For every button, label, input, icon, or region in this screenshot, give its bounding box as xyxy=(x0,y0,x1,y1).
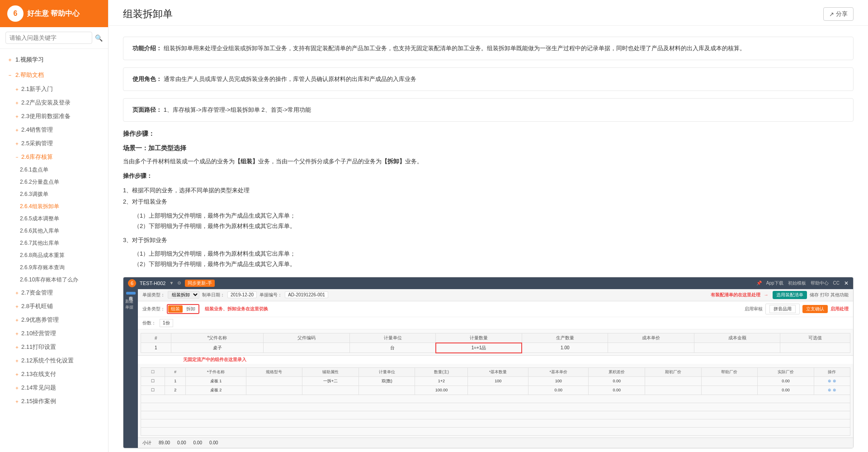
sidebar-item-install[interactable]: ＋2.2产品安装及登录 xyxy=(0,96,108,109)
app-pending-btn: 同步更新-手 xyxy=(185,280,214,287)
td-spec xyxy=(246,385,302,395)
sidebar-item-other-in[interactable]: 2.6.6其他入库单 xyxy=(0,225,108,237)
app-confirm-btn[interactable]: 立支确认 xyxy=(802,305,828,313)
main-content: 功能介绍： 组装拆卸单用来处理企业组装或拆卸等加工业务，支持有固定装配清单的产品… xyxy=(108,26,868,452)
sidebar-item-custom[interactable]: ＋2.12系统个性化设置 xyxy=(0,354,108,367)
sidebar-item-data[interactable]: ＋2.3使用前数据准备 xyxy=(0,109,108,123)
td-base-qty: 100 xyxy=(468,376,528,385)
function-intro-block: 功能介绍： 组装拆卸单用来处理企业组装或拆卸等加工业务，支持有固定装配清单的产品… xyxy=(123,37,854,60)
sidebar-item-mobile[interactable]: ＋2.8手机旺铺 xyxy=(0,300,108,313)
td-action[interactable]: ⊕ ⊗ xyxy=(814,385,850,395)
td-action[interactable]: ⊕ ⊗ xyxy=(814,376,850,385)
td-unit: 台 xyxy=(349,343,436,353)
sidebar-item-stocktake[interactable]: 2.6.1盘点单 xyxy=(0,164,108,176)
sidebar-item-assembly[interactable]: 2.6.4组装拆卸单 xyxy=(0,200,108,213)
sidebar-item-ledger[interactable]: 2.6.9库存账本查询 xyxy=(0,262,108,274)
qty-value: 1≈+1品 xyxy=(472,345,486,350)
search-input[interactable] xyxy=(5,32,92,44)
app-parent-table: # *父件名称 父件编码 计量单位 计量数量 生产数量 成本单价 成本金额 可选… xyxy=(141,333,850,353)
approval-input: 拼音品用 xyxy=(765,304,800,314)
search-bar: 🔍 xyxy=(0,27,108,49)
th-parent-name: *父件名称 xyxy=(171,333,264,343)
app-parent-table-container: # *父件名称 父件编码 计量单位 计量数量 生产数量 成本单价 成本金额 可选… xyxy=(138,329,853,356)
cth-help-price: 帮助厂价 xyxy=(701,367,758,376)
assembly-type-container: 业务类型： 组装 拆卸 组装业务、拆卸业务在这里切换 xyxy=(142,304,268,314)
share-button[interactable]: ↗ 分享 xyxy=(823,7,854,21)
app-tab-new[interactable]: 新建单据 xyxy=(123,297,138,312)
sidebar-item-newcomer[interactable]: ＋2.1新手入门 xyxy=(0,82,108,96)
td-parent-name: 桌子 xyxy=(171,343,264,353)
plus-icon: ＋ xyxy=(14,127,19,133)
cth-init-price: 期初厂价 xyxy=(645,367,702,376)
sidebar-item-error[interactable]: 2.6.10库存账本错了么办 xyxy=(0,274,108,286)
sidebar-item-partial[interactable]: 2.6.2分量盘点单 xyxy=(0,176,108,188)
sidebar-item-ops[interactable]: ＋2.10经营管理 xyxy=(0,327,108,340)
app-close-icon[interactable]: ✕ xyxy=(844,280,849,286)
plus-icon: ＋ xyxy=(14,86,19,92)
app-select-bom-btn[interactable]: 选用装配清单 xyxy=(773,291,807,299)
app-type-select[interactable]: 组装拆卸 xyxy=(168,291,199,299)
th-cost-price: 成本单价 xyxy=(608,333,694,343)
app-disassembly-btn[interactable]: 拆卸 xyxy=(184,305,198,313)
cth-attr: 辅助属性 xyxy=(302,367,359,376)
app-no-value: AD-20191226-001 xyxy=(285,291,328,298)
sidebar-item-purchase[interactable]: ＋2.5采购管理 xyxy=(0,137,108,150)
table-row xyxy=(141,427,850,435)
cth-check: ☐ xyxy=(141,367,165,376)
sidebar-item-faq[interactable]: ＋2.14常见问题 xyxy=(0,381,108,395)
approval-input-box: 拼音品用 xyxy=(769,305,796,313)
sidebar-item-print[interactable]: ＋2.11打印设置 xyxy=(0,340,108,354)
th-unit: 计量单位 xyxy=(349,333,436,343)
th-optional: 可选值 xyxy=(780,333,850,343)
logo-icon: 6 xyxy=(7,5,24,22)
app-tab-mine[interactable]: 自营 xyxy=(126,292,136,295)
cth-unit: 计量单位 xyxy=(359,367,415,376)
sidebar-item-pay[interactable]: ＋2.13在线支付 xyxy=(0,367,108,381)
sidebar-item-docs[interactable]: － 2.帮助文档 xyxy=(0,68,108,82)
th-cost-amount: 成本金额 xyxy=(694,333,780,343)
app-type-row: 业务类型： 组装 拆卸 组装业务、拆卸业务在这里切换 启用审核 xyxy=(138,301,853,317)
cth-qty-main: 数量(主) xyxy=(415,367,468,376)
total-2: 0.00 xyxy=(177,440,186,445)
app-screenshot: 6 TEST-H002 ▼ ⚙ 同步更新-手 📌 App下载 初始模板 帮助中心… xyxy=(123,277,854,448)
td-check: ☐ xyxy=(141,385,165,395)
plus-icon: ＋ xyxy=(14,385,19,390)
td-init xyxy=(645,385,702,395)
sidebar-item-cost[interactable]: 2.6.5成本调整单 xyxy=(0,213,108,225)
sidebar-item-cost-calc[interactable]: 2.6.8商品成本重算 xyxy=(0,249,108,262)
td-cost-price xyxy=(608,343,694,353)
sidebar-item-inventory[interactable]: －2.6库存核算 xyxy=(0,150,108,164)
cth-actions: 操作 xyxy=(814,367,850,376)
plus-icon: ＋ xyxy=(14,344,19,350)
th-quantity: 计量数量 xyxy=(436,333,522,343)
plus-icon: ＋ xyxy=(14,114,19,119)
sidebar-item-sales[interactable]: ＋2.4销售管理 xyxy=(0,123,108,137)
td-base-qty xyxy=(468,385,528,395)
assembly-type-selector: 组装 拆卸 xyxy=(167,304,199,314)
minus-icon: － xyxy=(7,71,13,79)
bom-annotation: 无固定流产中的组件在这里录入 xyxy=(183,357,246,362)
sidebar-item-other-out[interactable]: 2.6.7其他出库单 xyxy=(0,237,108,249)
step-3: 3、对于拆卸业务 xyxy=(123,234,854,246)
search-icon[interactable]: 🔍 xyxy=(95,34,103,42)
sidebar-item-coupon[interactable]: ＋2.9优惠券管理 xyxy=(0,313,108,327)
cth-num: # xyxy=(165,367,186,376)
th-parent-code: 父件编码 xyxy=(264,333,350,343)
td-prod-qty: 1.00 xyxy=(522,343,608,353)
sidebar-item-finance[interactable]: ＋2.7资金管理 xyxy=(0,286,108,300)
page-title: 组装拆卸单 xyxy=(123,7,173,21)
app-toolbar-actions: 储存 打印 其他功能 xyxy=(810,292,849,298)
function-intro-text: 组装拆卸单用来处理企业组装或拆卸等加工业务，支持有固定装配清单的产品加工业务，也… xyxy=(164,45,745,52)
sidebar-item-video[interactable]: ＋ 1.视频学习 xyxy=(0,52,108,67)
plus-icon: ＋ xyxy=(14,399,19,404)
app-assembly-btn[interactable]: 组装 xyxy=(168,305,183,313)
sidebar-item-cases[interactable]: ＋2.15操作案例 xyxy=(0,395,108,408)
operation-steps-title: 操作步骤： xyxy=(123,130,854,138)
approval-annotation: 启用处理 xyxy=(830,306,849,312)
td-base-price: 0.00 xyxy=(528,385,589,395)
table-row: 1 桌子 台 1≈+1品 1.00 xyxy=(141,343,850,353)
page-path-label: 页面路径： xyxy=(132,106,162,113)
sidebar-section-docs: － 2.帮助文档 ＋2.1新手入门 ＋2.2产品安装及登录 ＋2.3使用前数据准… xyxy=(0,68,108,408)
sidebar-item-adjust[interactable]: 2.6.3调拨单 xyxy=(0,188,108,200)
sidebar-header: 6 好生意 帮助中心 xyxy=(0,0,108,27)
